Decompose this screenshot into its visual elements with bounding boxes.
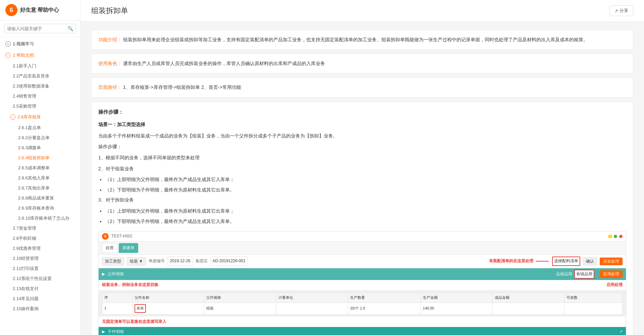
ss-titlebar: 6 TEST-H002	[99, 231, 626, 242]
ss-order-field[interactable]: AD-20191226-001	[210, 257, 248, 266]
intro-text: 组装拆卸单用来处理企业组装或拆卸等加工业务，支持有固定装配清单的产品加工业务，也…	[123, 37, 588, 42]
nav-section: + 1.视频学习 − 2.帮助文档 2.1新手入门 2.2产品安装及登录 2.3…	[0, 37, 80, 315]
ss-th-prod-amount: 生产金额	[421, 293, 492, 303]
ss-td-spec: 组装	[204, 302, 276, 314]
sidebar-item-newuser[interactable]: 2.1新手入门	[0, 61, 80, 71]
sidebar-item-267[interactable]: 2.6.7其他出库单	[0, 183, 80, 193]
ss-th-parent-name: 父件名称	[132, 293, 204, 303]
ss-btn-save[interactable]: 加工类型	[102, 257, 124, 266]
ss-btn-bom[interactable]: 选择配料清单	[552, 257, 580, 266]
sidebar-item-capital[interactable]: 2.7资金管理	[0, 223, 80, 233]
sidebar-item-coupon[interactable]: 2.9优惠券管理	[0, 243, 80, 254]
sidebar-item-2610[interactable]: 2.6.10库存账本错了怎么办	[0, 213, 80, 223]
ss-logo-icon: 6	[102, 233, 109, 240]
ss-toolbar-row1: 加工类型 组装 ▼ 单据编号 2019-12-26 集团店 AD-2019122…	[99, 255, 626, 268]
sidebar-item-help[interactable]: − 2.帮助文档	[0, 50, 80, 61]
nav-toggle-inventory-icon: −	[10, 114, 15, 120]
step2-list: （1）上部明细为父件明细，最终作为产成品生成其它入库单； （2）下部明细为子件明…	[98, 175, 626, 194]
sidebar-item-mobile[interactable]: 2.8手机旺铺	[0, 233, 80, 243]
ss-th-parent-spec: 父件规格	[204, 293, 276, 303]
ss-td-prod-qty: 20/个 1.0	[348, 302, 421, 314]
sidebar-item-sales[interactable]: 2.4销售管理	[0, 91, 80, 101]
ss-date-field[interactable]: 2019-12-26	[167, 257, 193, 266]
nav-toggle-plus-icon: +	[5, 41, 11, 47]
main-panel: 组装拆卸单 ↗ 分享 功能介绍： 组装拆卸单用来处理企业组装或拆卸等加工业务，支…	[80, 0, 644, 335]
sidebar-item-print[interactable]: 2.11打印设置	[0, 264, 80, 274]
search-icon[interactable]: 🔍	[67, 26, 73, 31]
page-title: 组装拆卸单	[91, 6, 128, 16]
ss-btn-full-process[interactable]: 完全处理	[600, 258, 623, 265]
ss-section-header2: ▶ 子件明细 ↗	[99, 327, 626, 335]
ss-tab-new[interactable]: 新建单	[119, 243, 138, 253]
sidebar-item-install[interactable]: 2.2产品安装及登录	[0, 71, 80, 81]
step2-1: （1）上部明细为父件明细，最终作为产成品生成其它入库单；	[105, 175, 626, 184]
nav-toggle-minus-icon: −	[5, 53, 11, 58]
sidebar-header: 6 好生意 帮助中心	[0, 0, 80, 20]
ss-annotation-row: 组装业务、拆卸业务在这里切换 启用处理	[99, 280, 626, 290]
ss-tab-ziying[interactable]: 自营	[102, 243, 117, 253]
ss-annotation2: 组装业务、拆卸业务在这里切换	[102, 281, 158, 289]
sidebar-item-268[interactable]: 2.6.8商品成本重算	[0, 193, 80, 203]
role-label: 使用角色：	[98, 61, 122, 66]
sidebar-item-data[interactable]: 2.3使用前数据准备	[0, 81, 80, 91]
path-text: 1、库存核算->库存管理->组装拆卸单 2、首页->常用功能	[123, 85, 241, 90]
sidebar: 6 好生意 帮助中心 🔍 + 1.视频学习 − 2.帮助文档 2.1新手入门 2…	[0, 0, 80, 335]
screenshot-mockup: 6 TEST-H002 自营 新建单 加工类型 组装 ▼	[98, 231, 626, 335]
sidebar-item-262[interactable]: 2.6.2分量盘点单	[0, 133, 80, 143]
ss-section-header: ▶ 父件明细 品镇品用 有镇品用 应用处理	[99, 268, 626, 280]
sidebar-item-269[interactable]: 2.6.9库存账本查询	[0, 203, 80, 213]
sidebar-item-266[interactable]: 2.6.6其他入库单	[0, 173, 80, 183]
sidebar-item-261[interactable]: 2.6.1盘点单	[0, 123, 80, 133]
app-title: 好生意 帮助中心	[20, 7, 59, 14]
ss-th-prod-qty: 生产数量	[348, 293, 421, 303]
ss-expand-icon[interactable]: ↗	[619, 328, 623, 335]
ss-td-cost	[492, 302, 564, 314]
ss-td-prod-amt: 140.00	[421, 302, 492, 314]
ss-th-prod-cost: 成品金额	[492, 293, 564, 303]
main-content: 功能介绍： 组装拆卸单用来处理企业组装或拆卸等加工业务，支持有固定装配清单的产品…	[80, 22, 644, 335]
ss-field1-input[interactable]: 有镇品用	[574, 270, 594, 279]
scene1-desc: 当由多个子件材料组装成一个成品的业务为【组装】业务，当由一个父件拆分成多个子产品…	[98, 131, 626, 141]
share-label: 分享	[620, 8, 628, 14]
ss-tabs: 自营 新建单	[99, 242, 626, 255]
step1: 1、根据不同的业务，选择不同单据的类型来处理	[98, 153, 626, 162]
sidebar-item-video[interactable]: + 1.视频学习	[0, 38, 80, 50]
sidebar-item-inventory[interactable]: − 2.6库存核算	[0, 111, 80, 123]
ss-top-table-wrap: 序 父件名称 父件规格 计量单位 生产数量 生产金额 成品金额 可发数	[99, 293, 626, 317]
ss-field1-label: 品镇品用	[556, 271, 572, 278]
sidebar-item-faq[interactable]: 2.14常见问题	[0, 294, 80, 304]
ss-annotation1: 有装配清单的在这里处理	[489, 258, 533, 265]
ss-btn-apply[interactable]: 应用处理	[600, 270, 623, 278]
ss-btn-edit[interactable]: 组装 ▼	[127, 257, 146, 266]
sidebar-item-264[interactable]: 2.6.4组装拆卸单	[0, 153, 80, 163]
share-icon: ↗	[614, 8, 618, 13]
ss-arrow1-icon	[536, 259, 549, 264]
share-button[interactable]: ↗ 分享	[609, 5, 633, 16]
search-box[interactable]: 🔍	[0, 20, 80, 37]
sidebar-item-system[interactable]: 2.12系统个性化设置	[0, 274, 80, 284]
sidebar-item-purchase[interactable]: 2.5采购管理	[0, 101, 80, 111]
ops-steps-title: 操作步骤：	[98, 142, 626, 151]
ss-apply-button[interactable]: 应用处理	[600, 270, 623, 278]
ss-title-text: TEST-H002	[111, 233, 132, 240]
ss-btn-confirm[interactable]: 确认	[583, 257, 597, 266]
table-row: 1 米米 组装 20/个 1.0 140.00	[102, 302, 623, 314]
ss-annotation4: 无固定清单可以直接在这里填写录入	[102, 319, 166, 324]
step2-2: （2）下部明细为子件明细，最终作为原材料生成其它出库单。	[105, 185, 626, 194]
ss-top-table: 序 父件名称 父件规格 计量单位 生产数量 生产金额 成品金额 可发数	[102, 293, 623, 315]
sidebar-item-ops[interactable]: 2.10经营管理	[0, 254, 80, 264]
search-input[interactable]	[7, 26, 67, 31]
path-block: 页面路径： 1、库存核算->库存管理->组装拆卸单 2、首页->常用功能	[91, 77, 633, 97]
sidebar-item-265[interactable]: 2.6.5成本调整单	[0, 163, 80, 173]
ops-title: 操作步骤：	[98, 107, 626, 116]
sidebar-item-label: 2.帮助文档	[13, 52, 34, 58]
sidebar-item-label: 1.视频学习	[13, 41, 34, 47]
ss-section-icon: ▶	[102, 271, 105, 278]
search-input-wrap[interactable]: 🔍	[4, 24, 76, 33]
sidebar-item-263[interactable]: 2.6.3调拨单	[0, 143, 80, 153]
sidebar-item-cases[interactable]: 2.15操作案例	[0, 304, 80, 314]
step3-list: （1）上部明细为父件明细，最终作为原材料生成其它出库单； （2）下部明细为子件明…	[98, 207, 626, 226]
ss-td-unit	[276, 302, 348, 314]
step3: 3、对于拆卸业务	[98, 196, 626, 205]
sidebar-item-online[interactable]: 2.13在线支付	[0, 284, 80, 294]
